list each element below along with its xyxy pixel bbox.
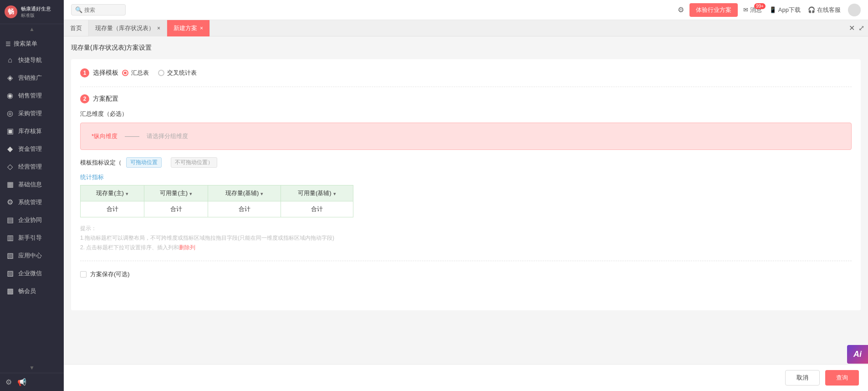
col-available-aux-label: 可用量(基辅)	[298, 189, 332, 197]
tab-inventory-close-icon[interactable]: ×	[157, 25, 160, 31]
radio-cross[interactable]: 交叉统计表	[158, 69, 197, 77]
sidebar-item-label: 销售管理	[18, 92, 42, 100]
tabs-bar: 首页 现存量（库存状况表） × 新建方案 × ✕ ⤢	[64, 20, 868, 36]
app-download-icon: 📱	[769, 6, 776, 13]
sidebar-item-wechat[interactable]: ▨ 企业微信	[0, 264, 64, 282]
tab-home[interactable]: 首页	[64, 20, 89, 36]
sidebar-item-quick-nav[interactable]: ⌂ 快捷导航	[0, 51, 64, 69]
radio-summary[interactable]: 汇总表	[122, 69, 149, 77]
col-available-aux-chevron[interactable]	[333, 190, 336, 197]
vertical-dim-area[interactable]: *纵向维度 —— 请选择分组维度	[80, 123, 852, 150]
main-area: 🔍 ⚙ 体验行业方案 ✉ 消息 99+ 📱 App下载 🎧 在线客服 首	[64, 0, 868, 391]
delete-col-link[interactable]: 删除列	[179, 244, 195, 251]
settings-panel: 1 选择模板 汇总表 交叉统计表	[71, 59, 861, 310]
sidebar-nav: ☰ 搜索菜单 ⌂ 快捷导航 ◈ 营销推广 ◉ 销售管理 ◎ 采购管理 ▣ 库存核…	[0, 34, 64, 363]
topbar-search-box[interactable]: 🔍	[71, 4, 126, 15]
col-available-main-label: 可用量(主)	[160, 189, 188, 197]
sidebar-item-label: 应用中心	[18, 252, 42, 260]
col-available-main-chevron[interactable]	[189, 190, 192, 197]
wechat-icon: ▨	[5, 269, 15, 278]
tab-new-scheme[interactable]: 新建方案 ×	[167, 20, 210, 36]
sidebar-item-label: 新手引导	[18, 234, 42, 242]
col-header-available-aux[interactable]: 可用量(基辅)	[281, 185, 353, 201]
scroll-down-arrow[interactable]: ▼	[29, 365, 35, 371]
vertical-dim-arrow: ——	[125, 132, 139, 140]
scroll-up-arrow[interactable]: ▲	[29, 26, 35, 32]
sidebar-item-label: 经营管理	[18, 163, 42, 171]
col-header-available-main[interactable]: 可用量(主)	[144, 185, 208, 201]
sidebar-item-inventory[interactable]: ▣ 库存核算	[0, 122, 64, 140]
topbar-search-input[interactable]	[84, 7, 121, 13]
sidebar-item-basic-info[interactable]: ▦ 基础信息	[0, 175, 64, 193]
speaker-icon[interactable]: 📢	[17, 378, 26, 386]
sidebar-item-label: 资金管理	[18, 145, 42, 153]
app-name: 畅康通好生意	[21, 5, 51, 12]
sidebar-item-cooperation[interactable]: ▤ 企业协同	[0, 211, 64, 229]
tab-inventory-status[interactable]: 现存量（库存状况表） ×	[89, 20, 167, 36]
tabs-expand-icon[interactable]: ⤢	[858, 24, 864, 32]
sidebar-item-label: 畅会员	[18, 287, 36, 295]
step1-label: 选择模板	[93, 69, 118, 77]
sidebar-item-label: 搜索菜单	[14, 40, 37, 48]
save-scheme-section: 方案保存(可选)	[80, 270, 852, 278]
sales-icon: ◉	[5, 91, 15, 100]
col-current-aux-chevron[interactable]	[260, 190, 263, 197]
sidebar-item-operations[interactable]: ◇ 经营管理	[0, 158, 64, 175]
cell-current-aux-sub: 合计	[208, 201, 281, 217]
tab-inventory-status-label: 现存量（库存状况表）	[95, 24, 154, 32]
tab-new-scheme-close-icon[interactable]: ×	[200, 25, 203, 31]
messages-item[interactable]: ✉ 消息 99+	[743, 6, 762, 14]
col-current-main-chevron[interactable]	[126, 190, 128, 197]
step1-num: 1	[80, 68, 89, 77]
sidebar-item-finance[interactable]: ◆ 资金管理	[0, 140, 64, 158]
member-icon: ▩	[5, 287, 15, 295]
online-service-icon: 🎧	[808, 6, 815, 13]
sidebar-item-label: 库存核算	[18, 127, 42, 135]
user-avatar[interactable]	[848, 4, 861, 16]
topbar-search-icon: 🔍	[75, 6, 82, 13]
vertical-dim-required: *纵向维度	[92, 132, 117, 140]
topbar-gear-icon[interactable]: ⚙	[678, 5, 684, 14]
radio-cross-label: 交叉统计表	[167, 69, 197, 77]
cancel-button[interactable]: 取消	[785, 370, 820, 386]
indicator-movable-tag: 可拖动位置	[126, 157, 162, 168]
sidebar-item-system[interactable]: ⚙ 系统管理	[0, 193, 64, 211]
sidebar-item-sales[interactable]: ◉ 销售管理	[0, 87, 64, 104]
step2-section: 2 方案配置 汇总维度（必选） *纵向维度 —— 请选择分组维度 模板指标设定（…	[80, 94, 852, 252]
tabs-close-icon[interactable]: ✕	[849, 24, 855, 32]
trial-button[interactable]: 体验行业方案	[689, 3, 738, 17]
sidebar-item-newcomer[interactable]: ▥ 新手引导	[0, 229, 64, 247]
col-current-main-label: 现存量(主)	[96, 189, 124, 197]
system-icon: ⚙	[5, 198, 15, 206]
scroll-down[interactable]: ▼	[0, 363, 64, 373]
online-service-item[interactable]: 🎧 在线客服	[808, 6, 841, 14]
col-header-current-aux[interactable]: 现存量(基辅)	[208, 185, 281, 201]
cell-available-main-sub: 合计	[144, 201, 208, 217]
sidebar-item-purchase[interactable]: ◎ 采购管理	[0, 104, 64, 122]
sidebar-item-label: 营销推广	[18, 74, 42, 82]
app-download-item[interactable]: 📱 App下载	[769, 6, 801, 14]
col-header-current-main[interactable]: 现存量(主)	[81, 185, 144, 201]
finance-icon: ◆	[5, 144, 15, 153]
query-button[interactable]: 查询	[825, 370, 859, 386]
page-title: 现存量(库存状况表)方案设置	[71, 44, 861, 52]
tab-new-scheme-label: 新建方案	[174, 24, 197, 32]
app-edition: 标准版	[21, 12, 51, 18]
save-scheme-checkbox[interactable]	[80, 271, 87, 278]
save-scheme-label: 方案保存(可选)	[90, 270, 130, 278]
newcomer-icon: ▥	[5, 233, 15, 242]
cooperation-icon: ▤	[5, 216, 15, 224]
statistics-table: 现存量(主) 可用量(主)	[80, 185, 353, 217]
ai-badge[interactable]: Ai	[847, 345, 868, 364]
purchase-icon: ◎	[5, 109, 15, 118]
settings-icon[interactable]: ⚙	[5, 378, 12, 386]
sidebar-item-search-menu[interactable]: ☰ 搜索菜单	[0, 36, 64, 51]
sidebar-item-marketing[interactable]: ◈ 营销推广	[0, 69, 64, 87]
scroll-up[interactable]: ▲	[0, 24, 64, 34]
cell-current-main-sub: 合计	[81, 201, 144, 217]
quick-nav-icon: ⌂	[5, 56, 15, 64]
sidebar-item-app-center[interactable]: ▧ 应用中心	[0, 247, 64, 264]
basic-info-icon: ▦	[5, 180, 15, 189]
radio-summary-circle	[122, 70, 128, 76]
sidebar-item-member[interactable]: ▩ 畅会员	[0, 282, 64, 300]
